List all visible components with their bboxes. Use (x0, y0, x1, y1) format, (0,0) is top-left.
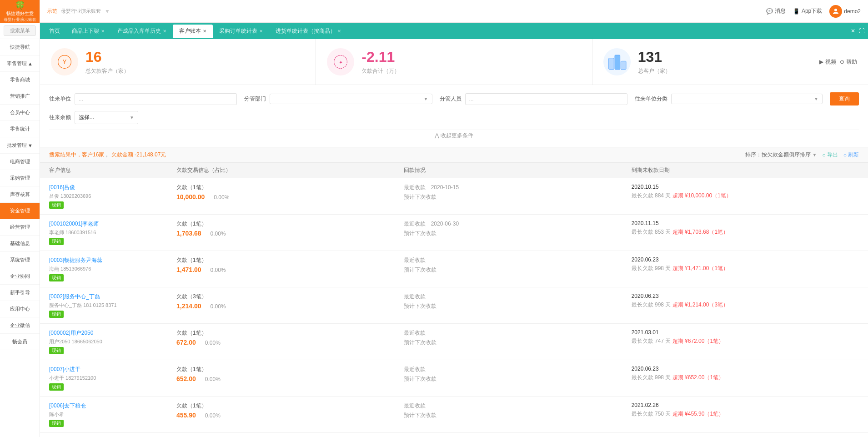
sidebar-item-kucun[interactable]: 库存核算 (0, 186, 40, 203)
app-title: 畅捷通好生意 (6, 10, 34, 17)
customer-info-0: [0016]吕俊 吕俊 13026203696 现销 (49, 184, 176, 209)
export-button[interactable]: ○ 导出 (823, 151, 838, 159)
customer-name-1[interactable]: [0001020001]李老师 (49, 220, 176, 228)
sidebar-item-yingxiao[interactable]: 营销推广 (0, 88, 40, 105)
stat-card-debt-total: ✦ -2.11 欠款合计（万） (316, 39, 592, 85)
sidebar-item-qiyeweixin[interactable]: 企业微信 (0, 317, 40, 334)
filter-area: 往来单位 ... 分管部门 ▼ 分管人员 ... (40, 85, 868, 147)
sidebar-item-pifa[interactable]: 批发管理▼ (0, 137, 40, 154)
sidebar-item-yingyong[interactable]: 应用中心 (0, 301, 40, 317)
sidebar-item-shangcheng[interactable]: 零售商城 (0, 72, 40, 88)
sidebar-item-lingshou[interactable]: 零售管理▲ (0, 55, 40, 72)
search-menu-box[interactable]: 搜索菜单 (4, 25, 36, 36)
customer-meta-3: 服务中心_丁磊 181 0125 8371 (49, 302, 176, 309)
help-icon: ⊙ (840, 59, 844, 65)
supplier-input[interactable]: ... (75, 93, 237, 105)
due-info-2: 2020.06.23 最长欠款 998 天 超期 ¥1,471.00（1笔） (632, 256, 859, 272)
due-overdue-0[interactable]: 超期 ¥10,000.00（1笔） (672, 192, 732, 199)
due-overdue-3[interactable]: 超期 ¥1,214.00（3笔） (672, 301, 728, 308)
debt-total-icon: ✦ (327, 48, 354, 75)
recovery-label-4: 最近收款 (404, 329, 631, 337)
tab-products[interactable]: 商品上下架 ✕ (65, 25, 111, 38)
stat-card-debt-customers: ¥ 16 总欠款客户（家） (40, 39, 316, 85)
refresh-label: 刷新 (848, 151, 859, 159)
customer-name-4[interactable]: [000002]用户2050 (49, 329, 176, 337)
customer-name-5[interactable]: [0007]小进干 (49, 366, 176, 373)
dept-chevron-icon: ▼ (424, 96, 428, 101)
app-download-button[interactable]: 📱 App下载 (793, 7, 822, 15)
recovery-label-5: 最近收款 (404, 366, 631, 373)
due-overdue-2[interactable]: 超期 ¥1,471.00（1笔） (672, 265, 728, 271)
dept-select[interactable]: ▼ (270, 94, 432, 104)
stat-total-customers-number: 131 (638, 49, 671, 65)
tab-home[interactable]: 首页 (44, 25, 65, 38)
sidebar-item-jichu[interactable]: 基础信息 (0, 236, 40, 252)
svg-text:✦: ✦ (339, 60, 343, 65)
tab-stock-stats-close[interactable]: ✕ (337, 29, 341, 34)
tab-products-close[interactable]: ✕ (101, 29, 105, 34)
expand-icon[interactable]: ⛶ (859, 28, 864, 34)
table-header: 客户信息 欠款交易信息（占比） 回款情况 到期未收款日期 (40, 163, 868, 178)
sidebar-item-zijin[interactable]: 资金管理 (0, 203, 40, 219)
due-overdue-4[interactable]: 超期 ¥672.00（1笔） (672, 338, 724, 344)
recovery-label-1: 最近收款 2020-06-30 (404, 220, 631, 228)
results-amount: 欠款金额 -21,148.07元 (111, 151, 166, 158)
sidebar-item-xinshou[interactable]: 新手引导 (0, 285, 40, 301)
message-button[interactable]: 💬 消息 (766, 7, 786, 15)
tab-customer-account-close[interactable]: ✕ (203, 29, 206, 34)
tab-production-close[interactable]: ✕ (163, 29, 166, 34)
due-overdue-5[interactable]: 超期 ¥652.00（1笔） (672, 374, 724, 381)
sidebar-item-huiyuan[interactable]: 会员中心 (0, 105, 40, 121)
customer-name-2[interactable]: [0003]畅捷服务尹海蕊 (49, 256, 176, 264)
filter-supplier: 往来单位 ... (49, 93, 237, 105)
sort-label: 排序：按欠款金额倒序排序 (745, 151, 811, 159)
tab-production-label: 产成品入库单历史 (117, 27, 161, 35)
filter-manager: 分管人员 ... (440, 93, 627, 105)
due-overdue-1[interactable]: 超期 ¥1,703.68（1笔） (672, 229, 728, 235)
recovery-label-2: 最近收款 (404, 256, 631, 264)
refresh-button[interactable]: ○ 刷新 (843, 151, 859, 159)
sidebar-item-dianshang[interactable]: 电商管理 (0, 154, 40, 170)
due-days-4: 最长欠款 747 天 (632, 338, 671, 344)
help-label: 帮助 (846, 58, 857, 66)
customer-name-3[interactable]: [0002]服务中心_丁磊 (49, 293, 176, 301)
due-overdue-6[interactable]: 超期 ¥455.90（1笔） (672, 411, 724, 417)
balance-select[interactable]: 选择... ▼ (75, 111, 138, 124)
sidebar-item-changhui[interactable]: 畅会员 (0, 334, 40, 350)
svg-text:¥: ¥ (62, 58, 67, 65)
debt-count-1: 欠款（1笔） (176, 220, 404, 228)
recovery-info-2: 最近收款 预计下次收款 (404, 256, 631, 274)
category-select[interactable]: ▼ (671, 94, 823, 104)
sort-select[interactable]: 排序：按欠款金额倒序排序 ▼ (745, 151, 817, 159)
recovery-label-6: 最近收款 (404, 402, 631, 410)
phone-icon: 📱 (793, 8, 800, 15)
customer-name-0[interactable]: [0016]吕俊 (49, 184, 176, 191)
customer-name-6[interactable]: [0006]去下粮仓 (49, 402, 176, 410)
due-days-0: 最长欠款 884 天 (632, 192, 671, 199)
tab-production[interactable]: 产成品入库单历史 ✕ (111, 25, 173, 38)
user-profile-button[interactable]: demo2 (829, 5, 861, 18)
manager-input[interactable]: ... (465, 93, 627, 105)
sidebar-search-area[interactable]: 搜索菜单 (0, 23, 40, 39)
collapse-filters-button[interactable]: ⋀ 收起更多条件 (49, 130, 859, 141)
close-all-icon[interactable]: ✕ (851, 28, 855, 34)
customer-meta-0: 吕俊 13026203696 (49, 193, 176, 200)
search-button[interactable]: 查询 (830, 92, 859, 105)
sidebar-item-xitong[interactable]: 系统管理 (0, 252, 40, 268)
stats-bar: ¥ 16 总欠款客户（家） ✦ -2.11 欠款合计（万） (40, 39, 868, 85)
tab-customer-account[interactable]: 客户账本 ✕ (173, 25, 213, 38)
sidebar-item-kuaijie[interactable]: 快捷导航 (0, 39, 40, 55)
sidebar-item-jingying[interactable]: 经营管理 (0, 219, 40, 236)
sidebar-item-caigou[interactable]: 采购管理 (0, 170, 40, 186)
tab-purchase-order-label: 采购订单统计表 (219, 27, 257, 35)
tab-stock-stats-label: 进货单统计表（按商品） (276, 27, 336, 35)
tab-stock-stats[interactable]: 进货单统计表（按商品） ✕ (269, 25, 347, 38)
video-button[interactable]: ▶ 视频 (819, 58, 836, 66)
topbar: 示范 母婴行业演示账套 ▼ 💬 消息 📱 App下载 demo2 (40, 0, 868, 23)
tab-purchase-order[interactable]: 采购订单统计表 ✕ (213, 25, 269, 38)
help-button[interactable]: ⊙ 帮助 (840, 58, 857, 66)
topbar-right: 💬 消息 📱 App下载 demo2 (766, 5, 861, 18)
tab-purchase-order-close[interactable]: ✕ (259, 29, 263, 34)
sidebar-item-lingshoujishu[interactable]: 零售统计 (0, 121, 40, 137)
sidebar-item-qiye[interactable]: 企业协同 (0, 268, 40, 285)
